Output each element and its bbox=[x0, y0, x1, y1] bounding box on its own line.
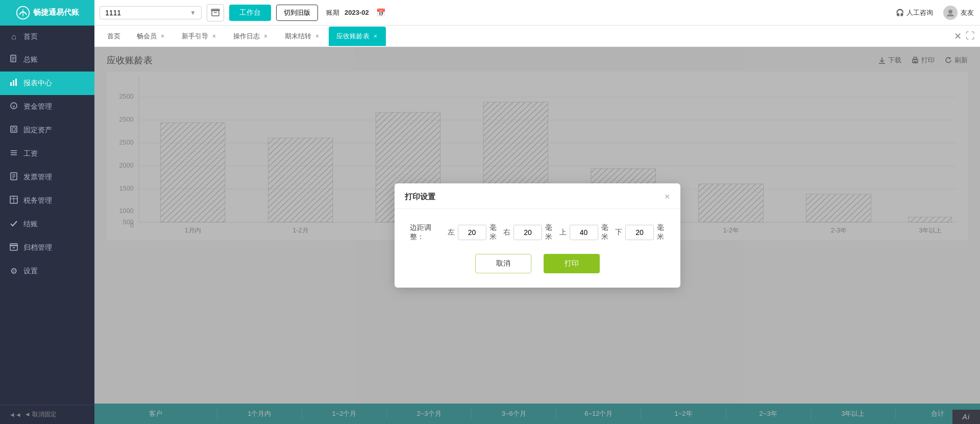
top-unit: 毫米 bbox=[601, 223, 609, 242]
archive-sidebar-icon bbox=[9, 243, 18, 253]
ledger-icon bbox=[9, 55, 18, 65]
svg-rect-11 bbox=[13, 80, 14, 86]
user-area[interactable]: 友友 bbox=[943, 6, 974, 20]
right-margin-input[interactable] bbox=[513, 225, 542, 240]
salary-icon bbox=[9, 149, 18, 159]
main-layout: ⌂ 首页 总账 bbox=[0, 26, 980, 424]
margin-bottom-group: 下 毫米 bbox=[615, 223, 665, 242]
headset-icon: 🎧 bbox=[896, 9, 904, 16]
tab-guide-close[interactable]: × bbox=[211, 32, 217, 40]
top-label: 上 bbox=[559, 228, 567, 237]
logo-icon bbox=[16, 6, 30, 20]
sidebar-item-salary[interactable]: 工资 bbox=[0, 142, 94, 166]
sidebar-item-archive[interactable]: 归档管理 bbox=[0, 236, 94, 260]
margin-left-group: 左 毫米 bbox=[448, 223, 497, 242]
svg-text:¥: ¥ bbox=[12, 104, 15, 109]
expand-tab-button[interactable]: ⛶ bbox=[966, 31, 975, 41]
workbench-button[interactable]: 工作台 bbox=[229, 5, 271, 21]
period-label: 账期 bbox=[326, 8, 339, 17]
modal-title: 打印设置 bbox=[405, 192, 435, 202]
tab-member[interactable]: 畅会员 × bbox=[129, 27, 173, 46]
home-icon: ⌂ bbox=[9, 32, 18, 41]
company-name: 1111 bbox=[105, 9, 186, 17]
consult-button[interactable]: 🎧 人工咨询 bbox=[896, 8, 933, 17]
print-confirm-button[interactable]: 打印 bbox=[544, 254, 600, 273]
avatar bbox=[943, 6, 958, 20]
calendar-icon[interactable]: 📅 bbox=[376, 8, 386, 17]
logo-area: 畅捷通易代账 bbox=[0, 0, 94, 26]
margin-row: 边距调整： 左 毫米 右 毫米 bbox=[410, 223, 665, 242]
ledger-svg bbox=[10, 55, 18, 63]
sidebar-item-tax[interactable]: 税务管理 bbox=[0, 189, 94, 213]
left-label: 左 bbox=[448, 228, 455, 237]
modal-header: 打印设置 × bbox=[395, 183, 680, 209]
sidebar-item-ledger[interactable]: 总账 bbox=[0, 48, 94, 72]
period-value: 2023-02 bbox=[345, 9, 369, 16]
left-unit: 毫米 bbox=[489, 223, 497, 242]
settle-icon bbox=[9, 219, 18, 229]
tab-oplog[interactable]: 操作日志 × bbox=[226, 27, 276, 46]
assets-svg bbox=[10, 125, 18, 133]
logo-text: 畅捷通易代账 bbox=[33, 8, 79, 17]
sidebar-label-funds: 资金管理 bbox=[23, 102, 52, 111]
tab-period-end[interactable]: 期末结转 × bbox=[277, 27, 328, 46]
sidebar-item-invoice[interactable]: 发票管理 bbox=[0, 166, 94, 189]
sidebar-item-funds[interactable]: ¥ 资金管理 bbox=[0, 95, 94, 119]
right-label: 右 bbox=[503, 228, 510, 237]
right-unit: 毫米 bbox=[545, 223, 553, 242]
margin-label: 边距调整： bbox=[410, 223, 442, 242]
modal-close-button[interactable]: × bbox=[665, 192, 670, 202]
sidebar-toggle[interactable]: ◄◄ ◄ 取消固定 bbox=[0, 405, 94, 424]
sidebar-item-settle[interactable]: 结账 bbox=[0, 213, 94, 236]
top-header: 畅捷通易代账 1111 ▼ 工作台 切到旧版 账期 2023-02 📅 🎧 人工… bbox=[0, 0, 980, 26]
tab-guide-label: 新手引导 bbox=[182, 32, 208, 41]
tab-guide[interactable]: 新手引导 × bbox=[174, 27, 225, 46]
left-margin-input[interactable] bbox=[458, 225, 486, 240]
tab-ar-aging-label: 应收账龄表 bbox=[336, 32, 370, 41]
sidebar-item-home[interactable]: ⌂ 首页 bbox=[0, 26, 94, 48]
company-selector[interactable]: 1111 ▼ bbox=[100, 6, 202, 19]
sidebar-label-assets: 固定资产 bbox=[23, 126, 52, 135]
svg-point-5 bbox=[948, 10, 952, 14]
reports-icon bbox=[9, 78, 18, 88]
funds-svg: ¥ bbox=[10, 102, 18, 110]
switch-version-button[interactable]: 切到旧版 bbox=[276, 5, 318, 21]
tab-ar-aging-close[interactable]: × bbox=[373, 32, 378, 40]
svg-rect-16 bbox=[12, 128, 15, 131]
tabs-right: ✕ ⛶ bbox=[954, 31, 975, 42]
tab-member-close[interactable]: × bbox=[160, 32, 165, 40]
close-all-tabs-button[interactable]: ✕ bbox=[954, 31, 962, 42]
cancel-button[interactable]: 取消 bbox=[475, 254, 531, 273]
sidebar-label-salary: 工资 bbox=[23, 149, 38, 158]
user-name: 友友 bbox=[961, 8, 974, 17]
svg-rect-28 bbox=[10, 244, 17, 246]
sidebar-item-settings[interactable]: ⚙ 设置 bbox=[0, 260, 94, 282]
tab-oplog-close[interactable]: × bbox=[263, 32, 268, 40]
funds-icon: ¥ bbox=[9, 102, 18, 112]
sidebar-item-reports[interactable]: 报表中心 bbox=[0, 72, 94, 95]
toggle-arrow-icon: ◄◄ bbox=[9, 411, 21, 418]
bottom-margin-input[interactable] bbox=[625, 225, 654, 240]
tab-period-end-close[interactable]: × bbox=[314, 32, 320, 40]
archive-icon bbox=[211, 8, 220, 17]
svg-rect-12 bbox=[15, 79, 17, 86]
top-margin-input[interactable] bbox=[570, 225, 598, 240]
sidebar-label-settings: 设置 bbox=[23, 267, 38, 276]
archive-btn[interactable] bbox=[207, 4, 224, 21]
sidebar-item-assets[interactable]: 固定资产 bbox=[0, 119, 94, 142]
margin-top-group: 上 毫米 bbox=[559, 223, 609, 242]
settings-icon: ⚙ bbox=[9, 266, 18, 276]
tab-ar-aging[interactable]: 应收账龄表 × bbox=[329, 27, 386, 46]
svg-rect-15 bbox=[11, 126, 17, 132]
tab-home-label: 首页 bbox=[107, 32, 120, 41]
settle-svg bbox=[10, 219, 18, 227]
sidebar-toggle-label: ◄ 取消固定 bbox=[24, 410, 57, 419]
print-settings-modal: 打印设置 × 边距调整： 左 毫米 右 bbox=[395, 183, 680, 288]
tab-home[interactable]: 首页 bbox=[100, 27, 128, 46]
consult-label: 人工咨询 bbox=[906, 8, 933, 17]
sidebar-label-invoice: 发票管理 bbox=[23, 173, 52, 182]
tab-period-end-label: 期末结转 bbox=[285, 32, 311, 41]
invoice-svg bbox=[10, 172, 18, 180]
margin-right-group: 右 毫米 bbox=[503, 223, 553, 242]
sidebar-scroll: ⌂ 首页 总账 bbox=[0, 26, 94, 405]
